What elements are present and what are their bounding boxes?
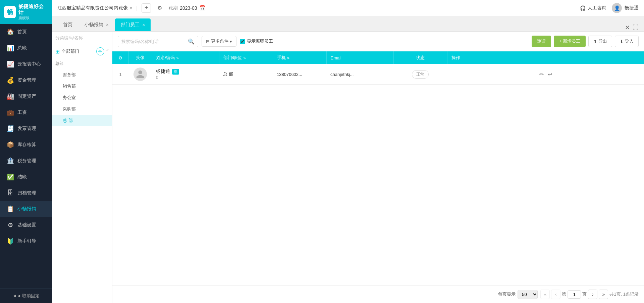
app-logo[interactable]: 畅 畅捷通好会计 旗舰版 bbox=[0, 0, 52, 24]
user-name: 畅捷通 bbox=[625, 5, 639, 11]
sidebar-item-archive[interactable]: 🗄 归档管理 bbox=[0, 185, 52, 201]
th-status: 状态 bbox=[393, 51, 447, 64]
sidebar-item-inventory[interactable]: 📦 库存核算 bbox=[0, 137, 52, 153]
sidebar-item-capital[interactable]: 💰 资金管理 bbox=[0, 72, 52, 88]
period-selector[interactable]: 账期 2023-03 📅 bbox=[168, 5, 206, 11]
sidebar-item-label: 新手引导 bbox=[17, 238, 36, 244]
dept-node-sales[interactable]: 销售部 bbox=[52, 81, 112, 92]
td-email: chanjethkj... bbox=[326, 64, 393, 85]
calendar-icon[interactable]: 📅 bbox=[199, 5, 206, 11]
employee-table-body: 1 畅捷通 bbox=[112, 64, 644, 85]
prev-page-button[interactable]: ‹ bbox=[551, 290, 560, 299]
sidebar-item-label: 发票管理 bbox=[17, 126, 36, 132]
inventory-icon: 📦 bbox=[7, 141, 14, 148]
add-company-button[interactable]: + bbox=[142, 3, 151, 13]
tab-expense-close[interactable]: × bbox=[106, 22, 109, 28]
sidebar-item-home[interactable]: 🏠 首页 bbox=[0, 24, 52, 40]
tab-home[interactable]: 首页 bbox=[57, 18, 78, 31]
show-resigned-input[interactable] bbox=[240, 39, 245, 44]
sidebar-item-reports[interactable]: 📈 云报表中心 bbox=[0, 56, 52, 72]
tab-expense[interactable]: 小畅报销 × bbox=[79, 18, 114, 31]
sidebar-item-assets[interactable]: 🏭 固定资产 bbox=[0, 88, 52, 104]
dept-header-actions: ✏ « bbox=[96, 47, 109, 55]
avatar: 👤 bbox=[612, 3, 622, 13]
dept-node-root[interactable]: 总部 bbox=[52, 58, 112, 69]
content-area: 🔍 ⊞ 全部部门 ✏ « 总部 财务部 销售部 bbox=[52, 32, 644, 303]
tab-expense-label: 小畅报销 bbox=[85, 22, 103, 28]
sidebar-item-settings[interactable]: ⚙ 基础设置 bbox=[0, 217, 52, 233]
th-email: Email bbox=[326, 51, 393, 64]
page-suffix-label: 页 bbox=[582, 291, 587, 297]
th-name[interactable]: 姓名/编码 ⇅ bbox=[152, 51, 219, 64]
next-page-button[interactable]: › bbox=[588, 290, 597, 299]
page-number-input[interactable] bbox=[568, 290, 581, 299]
dept-tree: 🔍 ⊞ 全部部门 ✏ « 总部 财务部 销售部 bbox=[52, 32, 112, 303]
th-dept[interactable]: 部门/职位 ⇅ bbox=[219, 51, 273, 64]
dept-node-general[interactable]: 总 部 bbox=[52, 115, 112, 126]
page-prefix-label: 第 bbox=[562, 291, 566, 297]
period-value: 2023-03 bbox=[180, 5, 197, 11]
first-page-button[interactable]: « bbox=[540, 290, 550, 299]
dept-edit-button[interactable]: ✏ bbox=[96, 47, 104, 55]
sidebar-item-salary[interactable]: 💼 工资 bbox=[0, 104, 52, 121]
tab-dept-close[interactable]: × bbox=[142, 22, 145, 28]
new-employee-button[interactable]: + 新增员工 bbox=[554, 36, 586, 47]
sidebar-item-tax[interactable]: 🏦 税务管理 bbox=[0, 153, 52, 169]
app-name: 畅捷通好会计 bbox=[18, 3, 48, 15]
tax-icon: 🏦 bbox=[7, 157, 14, 165]
dept-collapse-button[interactable]: « bbox=[106, 47, 109, 55]
capital-icon: 💰 bbox=[7, 77, 14, 84]
sidebar-item-expense[interactable]: 📋 小畅报销 bbox=[0, 201, 52, 217]
td-name: 畅捷通 部 0 bbox=[152, 64, 219, 85]
import-button[interactable]: ⬇ 导入 bbox=[615, 36, 639, 47]
checkout-icon: ✅ bbox=[7, 173, 14, 181]
settings-icon: ⚙ bbox=[7, 221, 14, 229]
logout-icon[interactable]: ↩ bbox=[548, 71, 552, 78]
th-gear[interactable]: ⚙ bbox=[112, 51, 128, 64]
company-selector[interactable]: 江西服宝精品有限责任公司内账张 ▾ bbox=[57, 5, 132, 11]
th-phone[interactable]: 手机 ⇅ bbox=[273, 51, 326, 64]
sidebar-item-guide[interactable]: 🔰 新手引导 bbox=[0, 233, 52, 249]
tab-home-label: 首页 bbox=[63, 22, 72, 28]
topbar-right: 🎧 人工咨询 👤 畅捷通 bbox=[580, 3, 639, 13]
invite-button[interactable]: 邀请 bbox=[532, 36, 551, 47]
sidebar-item-label: 库存核算 bbox=[17, 142, 36, 148]
headset-icon: 🎧 bbox=[580, 5, 586, 11]
all-dept-icon: ⊞ bbox=[55, 48, 60, 55]
per-page-select[interactable]: 10 20 50 100 bbox=[518, 290, 538, 299]
user-menu[interactable]: 👤 畅捷通 bbox=[612, 3, 639, 13]
sidebar-item-checkout[interactable]: ✅ 结账 bbox=[0, 169, 52, 185]
dept-node-purchase[interactable]: 采购部 bbox=[52, 103, 112, 115]
dept-sort-icon: ⇅ bbox=[243, 56, 246, 60]
sidebar-item-label: 云报表中心 bbox=[17, 61, 41, 67]
td-dept: 总 部 bbox=[219, 64, 273, 85]
consult-button[interactable]: 🎧 人工咨询 bbox=[580, 5, 606, 11]
dept-node-label: 财务部 bbox=[63, 72, 76, 77]
export-button[interactable]: ⬆ 导出 bbox=[588, 36, 612, 47]
salary-icon: 💼 bbox=[7, 109, 14, 116]
assets-icon: 🏭 bbox=[7, 93, 14, 100]
expense-icon: 📋 bbox=[7, 205, 14, 213]
topbar-settings-button[interactable]: ⚙ bbox=[155, 3, 164, 13]
dept-search-input[interactable] bbox=[55, 35, 112, 40]
employee-search-icon[interactable]: 🔍 bbox=[188, 38, 195, 45]
toolbar: 🔍 ⊟ 更多条件 ▾ 显示离职员工 邀请 + 新增员工 bbox=[112, 32, 644, 51]
expand-icon[interactable]: ⛶ bbox=[633, 24, 639, 31]
app-edition: 旗舰版 bbox=[18, 15, 48, 20]
sidebar-item-label: 总账 bbox=[17, 45, 27, 51]
dept-node-finance[interactable]: 财务部 bbox=[52, 69, 112, 81]
tab-dept-label: 部门员工 bbox=[121, 22, 140, 28]
sidebar-item-ledger[interactable]: 📊 总账 bbox=[0, 40, 52, 56]
edit-icon[interactable]: ✏ bbox=[539, 71, 544, 78]
emp-dept-badge: 部 bbox=[172, 69, 179, 75]
sidebar-unpin-button[interactable]: ◄◄ 取消固定 bbox=[0, 289, 52, 303]
dept-node-office[interactable]: 办公室 bbox=[52, 92, 112, 103]
last-page-button[interactable]: » bbox=[599, 290, 608, 299]
show-resigned-checkbox[interactable]: 显示离职员工 bbox=[240, 38, 273, 44]
employee-search-input[interactable] bbox=[121, 39, 186, 44]
tab-dept[interactable]: 部门员工 × bbox=[115, 18, 151, 31]
sidebar-item-invoice[interactable]: 🧾 发票管理 bbox=[0, 121, 52, 137]
more-filter-button[interactable]: ⊟ 更多条件 ▾ bbox=[202, 36, 236, 47]
period-label: 账期 bbox=[168, 5, 178, 11]
close-icon[interactable]: ✕ bbox=[625, 24, 630, 31]
